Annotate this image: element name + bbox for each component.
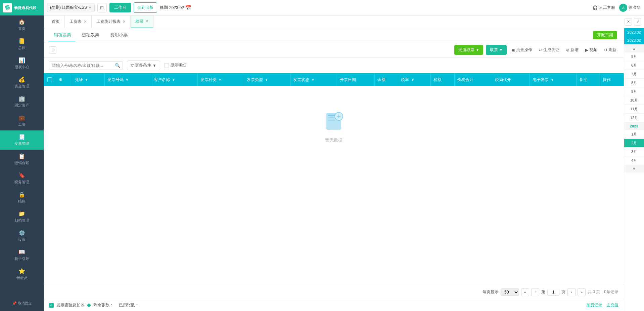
- tab-home[interactable]: 首页: [47, 15, 65, 28]
- tab-salary-stats[interactable]: 工资统计报表 ✕: [92, 15, 131, 28]
- ledger-icon: 📒: [18, 38, 25, 44]
- date-month-10[interactable]: 10月: [624, 96, 644, 105]
- grid-icon-btn[interactable]: ⊞: [49, 46, 56, 54]
- table-wrap: ⚙ 凭证 ▼ 发票号码 ▼ 客户名称 ▼ 发票种类 ▼ 发票类型 ▼ 发票状态 …: [44, 73, 624, 285]
- sidebar-item-home[interactable]: 🏠 首页: [0, 15, 44, 35]
- date-month-3[interactable]: 3月: [624, 148, 644, 156]
- no-ticket-button[interactable]: 无血取票 ▼: [454, 45, 483, 55]
- main-area: (勿删) 江西服宝-LSS ▼ ⊡ 工作台 切到旧版 账期 2023-02 📅 …: [44, 0, 644, 311]
- next-page-button[interactable]: ›: [567, 288, 576, 296]
- sidebar-item-closing[interactable]: 🔒 结账: [0, 188, 44, 207]
- last-page-button[interactable]: »: [578, 288, 586, 296]
- date-month-6[interactable]: 6月: [624, 61, 644, 70]
- sidebar-item-guide[interactable]: 📖 新手引导: [0, 245, 44, 265]
- workspace-button[interactable]: 工作台: [109, 3, 131, 12]
- per-page-select[interactable]: 50 20 100: [501, 288, 519, 296]
- date-month-7[interactable]: 7月: [624, 70, 644, 79]
- sidebar-item-salary[interactable]: 💼 工资: [0, 111, 44, 130]
- select-all-checkbox[interactable]: [47, 77, 52, 82]
- topbar-right: 🎧 人工客服 人 徐溢华: [593, 4, 641, 12]
- customer-service[interactable]: 🎧 人工客服: [593, 5, 615, 10]
- sidebar-item-sales[interactable]: 📋 进销台账: [0, 150, 44, 169]
- video-button[interactable]: ▶ 视频: [583, 46, 599, 54]
- date-panel-header-top[interactable]: 2023.02: [624, 28, 644, 36]
- prev-page-button[interactable]: ‹: [531, 288, 539, 296]
- date-scroll-down[interactable]: ▼: [624, 165, 644, 172]
- funds-label: 资金管理: [14, 84, 29, 89]
- voucher-icon: ↩: [539, 48, 542, 52]
- archive-icon: 📁: [18, 210, 25, 217]
- date-month-8[interactable]: 8月: [624, 79, 644, 87]
- batch-op-button[interactable]: ▣ 批量操作: [509, 46, 534, 54]
- th-invoice-type: 发票种类 ▼: [197, 73, 244, 86]
- page-input[interactable]: [547, 289, 559, 296]
- date-year-2023[interactable]: 2023: [624, 122, 644, 130]
- batch-icon: ▣: [511, 48, 515, 52]
- date-month-12[interactable]: 12月: [624, 114, 644, 122]
- assets-icon: 🏢: [18, 95, 25, 102]
- sub-tab-sales-invoice[interactable]: 销项发票: [49, 29, 76, 41]
- show-detail-toggle[interactable]: 显示明细: [164, 63, 186, 68]
- calendar-icon[interactable]: 📅: [185, 5, 191, 10]
- sidebar-item-tax[interactable]: 🔖 税务管理: [0, 169, 44, 188]
- invoice-table: ⚙ 凭证 ▼ 发票号码 ▼ 客户名称 ▼ 发票种类 ▼ 发票类型 ▼ 发票状态 …: [44, 73, 624, 86]
- user-menu[interactable]: 人 徐溢华: [619, 4, 641, 12]
- date-panel-header-2[interactable]: 2023.02: [624, 36, 644, 44]
- sidebar-item-ledger[interactable]: 📒 总账: [0, 35, 44, 54]
- tax-icon: 🔖: [18, 172, 25, 179]
- company-selector[interactable]: (勿删) 江西服宝-LSS ▼: [47, 3, 95, 12]
- old-version-button[interactable]: 切到旧版: [134, 2, 157, 13]
- sidebar-item-funds[interactable]: 💰 资金管理: [0, 73, 44, 92]
- copy-icon: ⊡: [100, 5, 104, 10]
- pagination-bar: 每页显示 50 20 100 « ‹ 第 页 ›: [44, 285, 624, 299]
- invoice-close-icon[interactable]: ✕: [145, 19, 148, 24]
- date-month-1[interactable]: 1月: [624, 130, 644, 139]
- refresh-button[interactable]: ↺ 刷新: [602, 46, 618, 54]
- status-dot: [87, 304, 91, 307]
- date-scroll-up[interactable]: ▲: [624, 45, 644, 52]
- settings-icon: ⚙️: [18, 230, 25, 236]
- table-header-row: ⚙ 凭证 ▼ 发票号码 ▼ 客户名称 ▼ 发票种类 ▼ 发票类型 ▼ 发票状态 …: [44, 73, 624, 86]
- new-button[interactable]: ⊕ 新增: [564, 46, 581, 54]
- ledger-label: 总账: [18, 45, 26, 50]
- open-period-button[interactable]: 开账日期: [593, 31, 617, 39]
- search-input[interactable]: [49, 61, 123, 70]
- sidebar-item-member[interactable]: ⭐ 畅会员: [0, 265, 44, 284]
- sub-tab-expense-receipt[interactable]: 费用小票: [105, 29, 132, 41]
- date-month-11[interactable]: 11月: [624, 105, 644, 114]
- sidebar-pin-toggle[interactable]: 📌 取消固定: [0, 298, 44, 308]
- sidebar-item-invoice[interactable]: 🧾 发票管理: [0, 130, 44, 150]
- first-page-button[interactable]: «: [521, 288, 529, 296]
- tab-salary-table[interactable]: 工资表 ✕: [65, 15, 92, 28]
- generate-voucher-button[interactable]: ↩ 生成凭证: [537, 46, 561, 54]
- search-icon[interactable]: 🔍: [115, 63, 120, 68]
- sub-tab-purchase-invoice[interactable]: 进项发票: [77, 29, 104, 41]
- sidebar-item-settings[interactable]: ⚙️ 设置: [0, 226, 44, 245]
- home-label: 首页: [18, 26, 26, 31]
- tab-action-close[interactable]: ✕: [625, 18, 632, 26]
- recharge-link[interactable]: 去充值: [606, 302, 618, 308]
- sidebar-bottom: 📌 取消固定: [0, 296, 44, 311]
- date-month-4[interactable]: 4月: [624, 156, 644, 165]
- headset-icon: 🎧: [593, 5, 598, 10]
- get-ticket-button[interactable]: 取票 ▼: [486, 45, 507, 55]
- date-month-9[interactable]: 9月: [624, 87, 644, 96]
- sidebar-item-assets[interactable]: 🏢 固定资产: [0, 92, 44, 111]
- deduct-record-link[interactable]: 扣费记录: [586, 302, 602, 308]
- sidebar-item-archive[interactable]: 📁 归档管理: [0, 207, 44, 226]
- tax-label: 税务管理: [14, 180, 29, 185]
- copy-button[interactable]: ⊡: [97, 3, 107, 12]
- date-month-5[interactable]: 5月: [624, 52, 644, 61]
- salary-table-close-icon[interactable]: ✕: [84, 20, 87, 24]
- sidebar-item-reports[interactable]: 📊 报表中心: [0, 54, 44, 73]
- more-conditions-button[interactable]: ▽ 更多条件 ▼: [127, 61, 160, 70]
- show-detail-checkbox[interactable]: [164, 63, 169, 68]
- date-month-2-active[interactable]: 2月: [624, 139, 644, 148]
- tab-invoice[interactable]: 发票 ✕: [131, 15, 153, 28]
- tab-action-expand[interactable]: ⤢: [634, 18, 641, 26]
- salary-icon: 💼: [18, 115, 25, 121]
- salary-label: 工资: [18, 122, 26, 127]
- salary-stats-close-icon[interactable]: ✕: [123, 20, 126, 24]
- filter-bar: 🔍 ▽ 更多条件 ▼ 显示明细: [44, 58, 624, 73]
- reports-icon: 📊: [18, 57, 25, 64]
